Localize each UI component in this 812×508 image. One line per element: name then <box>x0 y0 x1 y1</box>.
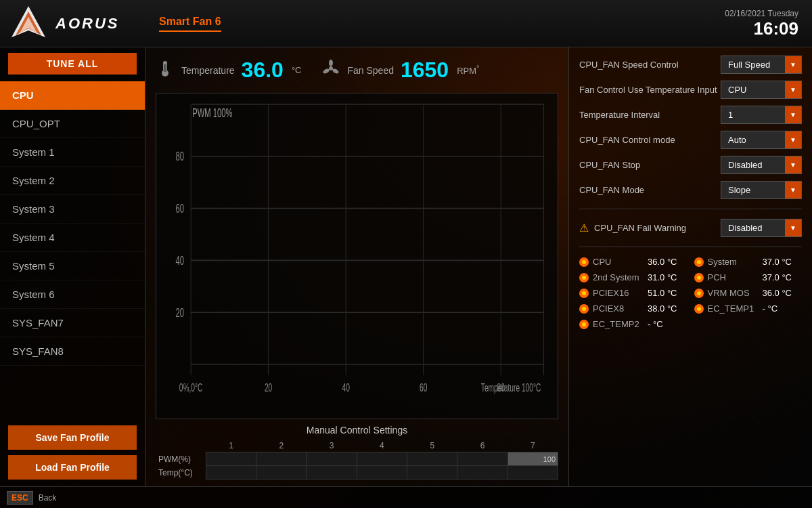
control-select-4[interactable]: Disabled▼ <box>721 156 802 174</box>
load-fan-profile-button[interactable]: Load Fan Profile <box>8 455 137 480</box>
temp-cell-7[interactable] <box>508 466 558 480</box>
sensor-value-1: 37.0 °C <box>763 257 792 267</box>
control-dropdown-arrow-1[interactable]: ▼ <box>785 81 801 98</box>
main-layout: TUNE ALL CPUCPU_OPTSystem 1System 2Syste… <box>0 47 812 486</box>
sensor-value-7: - °C <box>763 303 778 314</box>
control-dropdown-arrow-4[interactable]: ▼ <box>785 156 801 173</box>
pwm-cell-7[interactable]: 100 <box>508 452 558 466</box>
control-dropdown-arrow-2[interactable]: ▼ <box>785 106 801 123</box>
temp-cell-4[interactable] <box>357 466 407 480</box>
logo-area: AORUS <box>10 5 152 42</box>
sensor-dot-icon-3 <box>694 273 704 282</box>
control-select-3[interactable]: Auto▼ <box>721 131 802 149</box>
svg-text:40: 40 <box>342 382 349 394</box>
sidebar-item-sys-fan7[interactable]: SYS_FAN7 <box>0 309 145 337</box>
sensor-item-pch: PCH37.0 °C <box>694 272 803 282</box>
esc-key[interactable]: ESC <box>7 491 33 505</box>
fan-speed-value: 1650 <box>401 58 449 83</box>
svg-text:20: 20 <box>265 382 272 394</box>
control-select-1[interactable]: CPU▼ <box>721 81 802 99</box>
pwm-cell-2[interactable] <box>256 452 307 466</box>
sidebar-item-system-2[interactable]: System 2 <box>0 167 145 195</box>
svg-text:20: 20 <box>175 306 184 319</box>
temp-cell-5[interactable] <box>407 466 457 480</box>
pwm-cell-1[interactable] <box>206 452 256 466</box>
control-dropdown-arrow-3[interactable]: ▼ <box>785 131 801 148</box>
warning-dropdown-arrow[interactable]: ▼ <box>785 219 801 236</box>
control-dropdown-arrow-5[interactable]: ▼ <box>785 182 801 198</box>
control-select-2[interactable]: 1▼ <box>721 106 802 124</box>
sidebar-item-system-3[interactable]: System 3 <box>0 195 145 224</box>
manual-control-section: Manual Control Settings 1 2 3 4 5 6 7 <box>156 425 558 480</box>
footer: ESC Back <box>0 486 812 508</box>
temp-cell-3[interactable] <box>307 466 357 480</box>
pwm-cell-3[interactable] <box>307 452 357 466</box>
control-dropdown-arrow-0[interactable]: ▼ <box>785 56 801 73</box>
sidebar-items-list: CPUCPU_OPTSystem 1System 2System 3System… <box>0 81 145 366</box>
sensor-item-ec-temp1: EC_TEMP1- °C <box>694 303 803 314</box>
sidebar-item-system-6[interactable]: System 6 <box>0 280 145 309</box>
temp-cell-2[interactable] <box>256 466 307 480</box>
sensor-dot-icon-2 <box>579 273 589 282</box>
sensor-dot-icon-7 <box>694 304 704 314</box>
svg-text:Temperature 100°C: Temperature 100°C <box>481 382 541 394</box>
col-header-4: 4 <box>357 440 407 452</box>
sensor-name-1: System <box>708 257 759 267</box>
save-fan-profile-button[interactable]: Save Fan Profile <box>8 425 137 450</box>
svg-text:80: 80 <box>175 150 184 163</box>
pwm-cell-6[interactable] <box>457 452 508 466</box>
sidebar-item-cpu[interactable]: CPU <box>0 81 145 110</box>
svg-text:0%,0°C: 0%,0°C <box>179 382 203 394</box>
manual-control-table: 1 2 3 4 5 6 7 PWM(%) <box>156 440 558 480</box>
right-panel: CPU_FAN Speed ControlFull Speed▼Fan Cont… <box>568 47 812 486</box>
app-title: Smart Fan 6 <box>159 16 221 32</box>
sensor-item-vrm-mos: VRM MOS36.0 °C <box>694 288 803 298</box>
pwm-cell-5[interactable] <box>407 452 457 466</box>
temp-cell-6[interactable] <box>457 466 508 480</box>
header: AORUS Smart Fan 6 02/16/2021 Tuesday 16:… <box>0 0 812 47</box>
sensor-name-7: EC_TEMP1 <box>708 303 759 314</box>
pwm-cell-4[interactable] <box>357 452 407 466</box>
sensor-value-6: 38.0 °C <box>648 303 677 314</box>
control-select-text-4: Disabled <box>721 156 785 173</box>
control-row-0: CPU_FAN Speed ControlFull Speed▼ <box>579 56 802 74</box>
tune-all-button[interactable]: TUNE ALL <box>8 53 137 75</box>
back-label: Back <box>39 493 57 503</box>
svg-text:40: 40 <box>175 254 184 267</box>
warning-value: Disabled <box>721 219 785 236</box>
svg-rect-5 <box>164 64 166 72</box>
control-select-text-1: CPU <box>721 81 785 98</box>
sidebar-bottom: Save Fan Profile Load Fan Profile <box>0 419 145 486</box>
sidebar: TUNE ALL CPUCPU_OPTSystem 1System 2Syste… <box>0 47 145 486</box>
sidebar-item-system-1[interactable]: System 1 <box>0 138 145 167</box>
fan-curve-chart[interactable]: 80 60 40 20 0%,0°C 20 40 60 80 Temperatu… <box>156 93 558 419</box>
sidebar-item-cpu-opt[interactable]: CPU_OPT <box>0 110 145 138</box>
fan-speed-unit: RPM° <box>457 64 479 76</box>
temperature-stat: Temperature 36.0 °C <box>156 58 301 83</box>
control-select-0[interactable]: Full Speed▼ <box>721 56 802 74</box>
time-display: 16:09 <box>725 18 798 39</box>
warning-select[interactable]: Disabled ▼ <box>721 219 802 237</box>
logo-text: AORUS <box>55 15 119 33</box>
sensor-name-5: VRM MOS <box>708 288 759 298</box>
control-select-5[interactable]: Slope▼ <box>721 181 802 199</box>
control-select-text-5: Slope <box>721 182 785 198</box>
center-content: Temperature 36.0 °C Fan Speed 1650 RPM° <box>145 47 568 486</box>
sidebar-item-system-5[interactable]: System 5 <box>0 252 145 280</box>
sensor-name-0: CPU <box>593 257 644 267</box>
sensors-grid: CPU36.0 °CSystem37.0 °C2nd System31.0 °C… <box>579 257 802 329</box>
svg-text:PWM 100%: PWM 100% <box>192 107 232 120</box>
sensor-value-0: 36.0 °C <box>648 257 677 267</box>
sidebar-item-system-4[interactable]: System 4 <box>0 224 145 252</box>
temp-cell-1[interactable] <box>206 466 256 480</box>
sensor-dot-icon-4 <box>579 289 589 298</box>
temperature-unit: °C <box>292 65 302 75</box>
sensor-item-pciex8: PCIEX838.0 °C <box>579 303 687 314</box>
sidebar-item-sys-fan8[interactable]: SYS_FAN8 <box>0 337 145 366</box>
divider-1 <box>579 209 802 209</box>
pwm-label: PWM(%) <box>156 452 206 466</box>
sensor-name-4: PCIEX16 <box>593 288 644 298</box>
control-row-5: CPU_FAN ModeSlope▼ <box>579 181 802 199</box>
manual-control-title: Manual Control Settings <box>156 425 558 436</box>
sensor-dot-icon-8 <box>579 320 589 329</box>
